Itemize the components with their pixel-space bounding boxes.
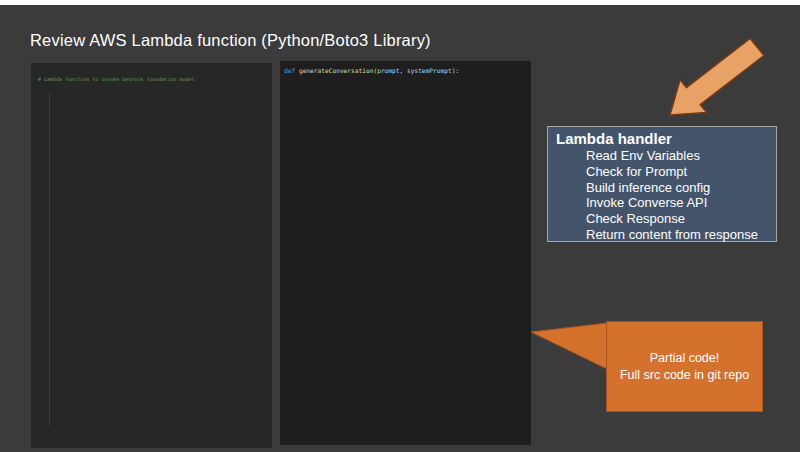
handler-step: Build inference config: [586, 180, 770, 196]
code-panel-lambda-handler: # Lambda function to invoke bedrock foun…: [31, 63, 272, 448]
slide: Review AWS Lambda function (Python/Boto3…: [0, 0, 800, 452]
down-left-arrow-icon: [670, 39, 764, 116]
code-line: def generateConversation(prompt, systemP…: [284, 65, 531, 445]
slide-title: Review AWS Lambda function (Python/Boto3…: [30, 31, 431, 50]
code-panel-generate-conversation: def generateConversation(prompt, systemP…: [280, 61, 531, 445]
handler-step: Check Response: [586, 211, 770, 227]
handler-box-title: Lambda handler: [556, 130, 770, 148]
handler-step: Check for Prompt: [586, 164, 770, 180]
callout-text-line: Partial code!: [650, 350, 719, 367]
handler-step: Read Env Variables: [586, 148, 770, 164]
lambda-handler-summary-box: Lambda handler Read Env VariablesCheck f…: [547, 126, 777, 242]
callout-text-line: Full src code in git repo: [620, 367, 749, 384]
handler-steps-list: Read Env VariablesCheck for PromptBuild …: [556, 148, 770, 243]
partial-code-callout: Partial code!Full src code in git repo: [606, 321, 763, 412]
callout-tail: [531, 323, 607, 369]
handler-step: Return content from response: [586, 227, 770, 243]
indent-guide: [49, 93, 50, 426]
code-line: # Lambda function to invoke bedrock foun…: [38, 71, 272, 448]
top-white-strip: [0, 0, 800, 5]
handler-step: Invoke Converse API: [586, 195, 770, 211]
